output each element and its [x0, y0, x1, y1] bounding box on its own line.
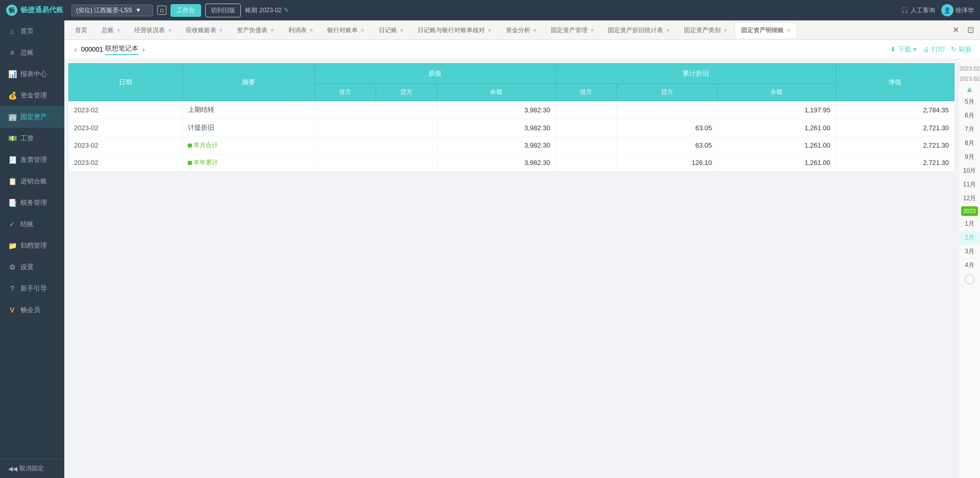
panel-month-5[interactable]: 5月: [959, 95, 980, 109]
tab-fixed-assets-detail[interactable]: 固定资产明细账 ×: [734, 22, 797, 38]
download-button[interactable]: ⬇ 下载 ▾: [890, 45, 917, 54]
tab-depreciation-stats-label: 固定资产折旧统计表: [608, 26, 663, 35]
panel-circle-bottom[interactable]: [965, 274, 975, 284]
tab-general-ledger-close[interactable]: ×: [117, 27, 120, 33]
print-icon: 🖨: [923, 45, 929, 53]
tab-journal-bank-verify-close[interactable]: ×: [488, 27, 491, 33]
sidebar-item-payroll[interactable]: 💵 工资: [0, 128, 64, 149]
tab-general-ledger[interactable]: 总账 ×: [95, 22, 127, 38]
sub-actions: ⬇ 下载 ▾ 🖨 打印 ↻ 刷新: [890, 45, 972, 54]
refresh-button[interactable]: ↻ 刷新: [951, 45, 972, 54]
panel-month-1[interactable]: 1月: [959, 217, 980, 231]
sidebar-item-home[interactable]: ⌂ 首页: [0, 20, 64, 42]
panel-month-3[interactable]: 3月: [959, 245, 980, 258]
tab-balance-sheet-close[interactable]: ×: [271, 27, 274, 33]
tab-fixed-assets-mgmt-close[interactable]: ×: [591, 27, 594, 33]
panel-month-8[interactable]: 8月: [959, 136, 980, 150]
workbench-button[interactable]: 工作台: [170, 4, 201, 17]
settlement-icon: ✓: [8, 220, 16, 228]
tab-fixed-assets-category-close[interactable]: ×: [724, 27, 727, 33]
tax-icon: 📑: [8, 199, 16, 207]
tab-fixed-assets-category[interactable]: 固定资产类别 ×: [677, 22, 733, 38]
tab-business-status-close[interactable]: ×: [168, 27, 171, 33]
panel-month-2-active[interactable]: 2月: [959, 231, 980, 245]
switch-old-button[interactable]: 切到旧版: [205, 4, 241, 17]
sidebar-label-general-ledger: 总账: [20, 48, 34, 57]
panel-month-6[interactable]: 6月: [959, 109, 980, 123]
sidebar-item-report-center[interactable]: 📊 报表中心: [0, 63, 64, 85]
sidebar-item-fixed-assets[interactable]: 🏢 固定资产: [0, 106, 64, 128]
print-button[interactable]: 🖨 打印: [923, 45, 945, 54]
tab-bank-statement-close[interactable]: ×: [361, 27, 364, 33]
row2-abstract: 计提折旧: [182, 119, 314, 137]
sidebar-label-member: 畅会员: [20, 305, 40, 315]
panel-month-11[interactable]: 11月: [959, 178, 980, 192]
company-name: (劣位) 江西服垄-LSS: [76, 6, 132, 15]
tab-business-status[interactable]: 经营状况表 ×: [128, 22, 178, 38]
row3-abstract: 本月合计: [182, 137, 314, 154]
panel-month-4[interactable]: 4月: [959, 258, 980, 272]
panel-month-9[interactable]: 9月: [959, 150, 980, 164]
row3-orig-debit: [315, 137, 376, 154]
sidebar-item-general-ledger[interactable]: ≡ 总账: [0, 42, 64, 63]
sidebar-item-beginner-guide[interactable]: ? 新手引导: [0, 278, 64, 299]
row3-accum-debit: [555, 137, 617, 154]
sidebar-item-tax-mgmt[interactable]: 📑 税务管理: [0, 192, 64, 213]
copy-icon[interactable]: ⊡: [157, 6, 166, 15]
tab-journal[interactable]: 日记账 ×: [372, 22, 410, 38]
year-total-tag: 本年累计: [188, 158, 218, 167]
close-all-tabs-button[interactable]: ✕: [950, 24, 961, 36]
sidebar-item-fund-mgmt[interactable]: 💰 资金管理: [0, 85, 64, 106]
forward-button[interactable]: ›: [140, 44, 147, 55]
tab-profit-table[interactable]: 利润表 ×: [282, 22, 320, 38]
panel-month-12[interactable]: 12月: [959, 192, 980, 205]
col-header-accumulated-depreciation: 累计折旧: [555, 64, 836, 84]
tab-depreciation-stats[interactable]: 固定资产折旧统计表 ×: [601, 22, 676, 38]
row2-accum-balance: 1,261.00: [717, 119, 836, 137]
panel-date-top-2: 2023.02: [959, 74, 980, 84]
tab-fixed-assets-mgmt[interactable]: 固定资产管理 ×: [544, 22, 600, 38]
tab-bank-statement[interactable]: 银行对账单 ×: [321, 22, 371, 38]
guide-icon: ?: [8, 284, 16, 293]
row1-orig-credit: [376, 101, 437, 119]
col-header-original-value: 原值: [315, 64, 556, 84]
tab-balance-sheet[interactable]: 资产负债表 ×: [230, 22, 280, 38]
sidebar-item-member[interactable]: V 畅会员: [0, 299, 64, 321]
sidebar-item-settlement[interactable]: ✓ 结账: [0, 213, 64, 235]
sidebar-item-settings[interactable]: ⚙ 设置: [0, 256, 64, 278]
sidebar-item-purchase-sales[interactable]: 📋 进销台账: [0, 171, 64, 192]
service-label: 人工客询: [911, 6, 935, 15]
asset-code: 000001: [81, 45, 103, 53]
tab-depreciation-stats-close[interactable]: ×: [666, 27, 669, 33]
scroll-up-button[interactable]: ▲: [965, 84, 975, 95]
tab-accounts-receivable-close[interactable]: ×: [219, 27, 223, 33]
tab-fixed-assets-detail-close[interactable]: ×: [787, 27, 790, 33]
account-period-label: 账期: [245, 6, 257, 15]
maximize-button[interactable]: ⊡: [965, 24, 976, 36]
year-badge: 2023: [961, 206, 977, 216]
tab-profit-table-close[interactable]: ×: [310, 27, 313, 33]
sidebar-item-invoice-mgmt[interactable]: 🧾 发票管理: [0, 149, 64, 171]
customer-service[interactable]: 🎧 人工客询: [901, 6, 935, 15]
fund-icon: 💰: [8, 91, 16, 100]
header-right: 🎧 人工客询 👤 徐泽华: [901, 4, 974, 16]
row2-orig-debit: [315, 119, 376, 137]
sidebar-item-archive-mgmt[interactable]: 📁 归档管理: [0, 235, 64, 256]
headset-icon: 🎧: [901, 7, 909, 14]
tab-business-status-label: 经营状况表: [134, 26, 165, 35]
tab-fund-analysis-close[interactable]: ×: [533, 27, 536, 33]
tab-journal-bank-verify[interactable]: 日记账与银行对账单核对 ×: [411, 22, 498, 38]
edit-period-icon[interactable]: ✎: [284, 7, 289, 14]
tab-fund-analysis[interactable]: 资金分析 ×: [499, 22, 543, 38]
panel-month-10[interactable]: 10月: [959, 164, 980, 178]
tab-home[interactable]: 首页: [68, 22, 94, 38]
back-button[interactable]: ‹: [72, 44, 79, 55]
sidebar-label-fixed-assets: 固定资产: [20, 112, 47, 122]
sidebar-pin-toggle[interactable]: ◀◀ 取消固定: [0, 459, 64, 478]
tab-journal-close[interactable]: ×: [400, 27, 403, 33]
col-header-accum-credit: 贷方: [617, 84, 717, 101]
tab-accounts-receivable[interactable]: 应收账龄表 ×: [179, 22, 229, 38]
company-selector[interactable]: (劣位) 江西服垄-LSS ▼: [71, 5, 153, 16]
panel-month-7[interactable]: 7月: [959, 123, 980, 136]
user-area[interactable]: 👤 徐泽华: [941, 4, 974, 16]
